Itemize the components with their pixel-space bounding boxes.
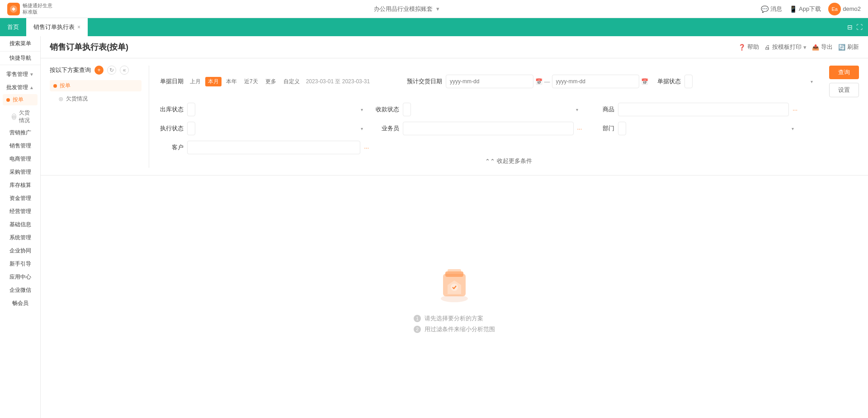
sidebar-item-retail[interactable]: 零售管理 ▼ bbox=[3, 68, 38, 81]
sidebar-item-wechat[interactable]: 企业微信 bbox=[3, 284, 38, 297]
empty-tips: 1 请先选择要分析的方案 2 用过滤条件来缩小分析范围 bbox=[414, 314, 495, 333]
dept-select[interactable] bbox=[618, 122, 626, 135]
sidebar-item-inventory[interactable]: 库存核算 bbox=[3, 179, 38, 192]
filter-row-2: 出库状态 收款状态 bbox=[158, 103, 859, 116]
sidebar-item-wholesale[interactable]: 批发管理 ▲ bbox=[3, 81, 38, 94]
refresh-icon: 🔄 bbox=[838, 44, 845, 51]
doc-date-label: 单据日期 bbox=[158, 77, 184, 86]
field-doc-date: 单据日期 上月 本月 本年 近7天 更多 自定义 2023-03-01 至 20… bbox=[158, 77, 400, 86]
forecast-date-label: 预计交货日期 bbox=[407, 77, 442, 86]
active-indicator bbox=[6, 98, 10, 102]
user-menu[interactable]: Ea demo2 bbox=[828, 3, 861, 15]
collect-status-select[interactable] bbox=[403, 103, 411, 116]
field-doc-status: 单据状态 bbox=[656, 75, 816, 88]
active-tab-label: 销售订单执行表 bbox=[33, 23, 75, 31]
forecast-date-start[interactable] bbox=[446, 75, 533, 88]
goods-label: 商品 bbox=[589, 105, 614, 114]
filter-add-btn[interactable]: + bbox=[94, 66, 104, 75]
customer-ellipsis-btn[interactable]: ··· bbox=[364, 144, 369, 151]
preset-last-month[interactable]: 上月 bbox=[187, 77, 203, 86]
minimize-icon[interactable]: ⊟ bbox=[847, 24, 853, 31]
collapse-arrow-icon: ⌃⌃ bbox=[485, 158, 495, 165]
field-exec-status: 执行状态 bbox=[158, 122, 367, 135]
sidebar-item-finance[interactable]: 资金管理 bbox=[3, 192, 38, 205]
out-status-label: 出库状态 bbox=[158, 105, 184, 114]
top-center-dropdown-icon[interactable]: ▾ bbox=[436, 5, 439, 12]
sidebar-item-system[interactable]: 系统管理 bbox=[3, 231, 38, 244]
query-button[interactable]: 查询 bbox=[829, 66, 859, 79]
sidebar-item-guide[interactable]: 新手引导 bbox=[3, 257, 38, 271]
sidebar-item-marketing[interactable]: 营销推广 bbox=[3, 126, 38, 139]
export-btn[interactable]: 📤 导出 bbox=[812, 43, 833, 51]
out-status-select[interactable] bbox=[187, 103, 195, 116]
sidebar-item-operation[interactable]: 经营管理 bbox=[3, 205, 38, 218]
topbar-center[interactable]: 办公用品行业模拟账套 ▾ bbox=[374, 5, 439, 13]
goods-ellipsis-btn[interactable]: ··· bbox=[793, 106, 797, 113]
goods-input[interactable] bbox=[618, 103, 789, 116]
sidebar-quick-nav[interactable]: 快捷导航 bbox=[0, 52, 40, 65]
filter-collapse-btn[interactable]: « bbox=[120, 66, 129, 75]
sidebar-sub-item-by-order[interactable]: 按单 bbox=[3, 94, 38, 105]
forecast-date-end[interactable] bbox=[552, 75, 640, 88]
sidebar-item-enterprise[interactable]: 企业协同 bbox=[3, 244, 38, 257]
message-btn[interactable]: 💬 消息 bbox=[761, 5, 782, 13]
window-controls: ⊟ ⛶ bbox=[847, 24, 868, 31]
sidebar-item-basic[interactable]: 基础信息 bbox=[3, 218, 38, 231]
empty-icon bbox=[432, 260, 477, 305]
tab-home[interactable]: 首页 bbox=[0, 18, 26, 36]
customer-label: 客户 bbox=[158, 143, 184, 152]
plan-item-by-order[interactable]: 按单 bbox=[50, 80, 142, 91]
preset-this-month[interactable]: 本月 bbox=[205, 77, 222, 86]
topbar-left: 畅捷通好生意 标准版 bbox=[7, 3, 52, 15]
doc-status-select[interactable] bbox=[684, 75, 693, 88]
content-area: 销售订单执行表(按单) ❓ 帮助 🖨 按模板打印 ▾ 📤 导出 🔄 刷新 bbox=[41, 36, 868, 418]
salesman-input[interactable] bbox=[403, 122, 574, 135]
sidebar-item-member[interactable]: 畅会员 bbox=[3, 297, 38, 310]
forecast-start-cal-icon[interactable]: 📅 bbox=[535, 78, 542, 85]
out-status-select-wrap bbox=[187, 103, 367, 116]
dept-label: 部门 bbox=[589, 124, 614, 133]
sidebar-item-ecommerce[interactable]: 电商管理 bbox=[3, 152, 38, 166]
logo-area: 畅捷通好生意 标准版 bbox=[7, 3, 52, 15]
topbar-right: 💬 消息 📱 App下载 Ea demo2 bbox=[761, 3, 861, 15]
setting-button[interactable]: 设置 bbox=[829, 83, 859, 97]
shortage-icon: ◎ bbox=[12, 114, 16, 120]
preset-custom[interactable]: 自定义 bbox=[281, 77, 302, 86]
print-dropdown-icon[interactable]: ▾ bbox=[803, 44, 807, 51]
tab-close-icon[interactable]: × bbox=[77, 24, 80, 30]
sidebar-item-app-center[interactable]: 应用中心 bbox=[3, 271, 38, 284]
print-icon: 🖨 bbox=[764, 44, 770, 51]
tab-active[interactable]: 销售订单执行表 × bbox=[26, 18, 88, 36]
customer-input[interactable] bbox=[187, 141, 360, 154]
maximize-icon[interactable]: ⛶ bbox=[856, 24, 863, 31]
forecast-date-sep: — bbox=[544, 78, 550, 85]
action-buttons: 查询 设置 bbox=[824, 66, 859, 97]
field-customer: 客户 ··· bbox=[158, 141, 369, 154]
sidebar: 搜索菜单 快捷导航 零售管理 ▼ 批发管理 ▲ 按单 ◎ 欠货情况 bbox=[0, 36, 41, 418]
export-icon: 📤 bbox=[812, 44, 819, 51]
tip-num-2: 2 bbox=[414, 326, 421, 333]
filter-collapse-btn[interactable]: ⌃⌃ 收起更多条件 bbox=[158, 154, 859, 168]
field-dept: 部门 bbox=[589, 122, 797, 135]
forecast-end-cal-icon[interactable]: 📅 bbox=[641, 78, 648, 85]
page-actions: ❓ 帮助 🖨 按模板打印 ▾ 📤 导出 🔄 刷新 bbox=[738, 43, 859, 51]
preset-this-year[interactable]: 本年 bbox=[223, 77, 240, 86]
sidebar-item-sales[interactable]: 销售管理 bbox=[3, 139, 38, 152]
filter-refresh-btn[interactable]: ↻ bbox=[107, 66, 116, 75]
help-btn[interactable]: ❓ 帮助 bbox=[738, 43, 759, 51]
salesman-ellipsis-btn[interactable]: ··· bbox=[577, 125, 582, 132]
refresh-btn[interactable]: 🔄 刷新 bbox=[838, 43, 859, 51]
sidebar-sub-item-shortage[interactable]: ◎ 欠货情况 bbox=[3, 107, 38, 126]
preset-7days[interactable]: 近7天 bbox=[241, 77, 261, 86]
exec-status-select[interactable] bbox=[187, 122, 195, 135]
plan-item-shortage[interactable]: ◎ 欠货情况 bbox=[50, 93, 142, 104]
sidebar-item-purchase[interactable]: 采购管理 bbox=[3, 166, 38, 179]
sidebar-search[interactable]: 搜索菜单 bbox=[0, 36, 40, 52]
preset-more[interactable]: 更多 bbox=[263, 77, 279, 86]
filter-rows: 单据日期 上月 本月 本年 近7天 更多 自定义 2023-03-01 至 20… bbox=[158, 66, 859, 154]
empty-tip-1: 1 请先选择要分析的方案 bbox=[414, 314, 495, 323]
filter-row-3: 执行状态 业务员 ··· bbox=[158, 122, 859, 135]
print-btn[interactable]: 🖨 按模板打印 ▾ bbox=[764, 43, 807, 51]
exec-status-label: 执行状态 bbox=[158, 124, 184, 133]
app-download-btn[interactable]: 📱 App下载 bbox=[789, 5, 821, 13]
